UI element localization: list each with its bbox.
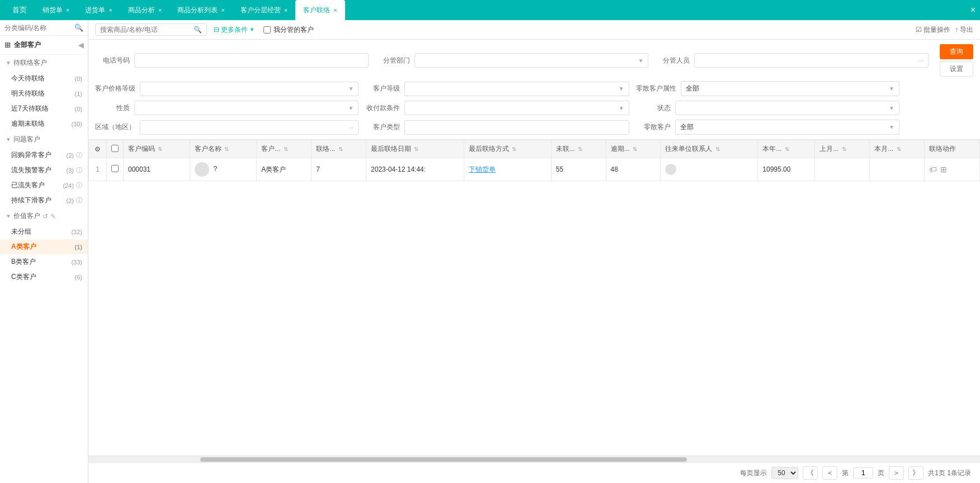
sidebar-search-icon[interactable]: 🔍 [74,23,83,32]
region-input[interactable]: ··· [140,120,359,135]
refresh-icon[interactable]: ↺ [43,212,48,220]
nav-customer-contact[interactable]: 客户联络 × [295,0,345,20]
sort-this-month-icon[interactable]: ⇅ [897,146,901,152]
sort-code-icon[interactable]: ⇅ [158,146,162,152]
top-nav: 首页 销货单 × 进货单 × 商品分析 × 商品分析列表 × 客户分层经营 × … [0,0,980,20]
phone-input[interactable] [134,53,369,68]
sidebar-item-churned[interactable]: 已流失客户 (24) ⓘ [0,178,88,193]
export-button[interactable]: ↑ 导出 [955,25,973,35]
sort-contact-person-icon[interactable]: ⇅ [715,146,720,152]
sort-type-icon[interactable]: ⇅ [284,146,288,152]
price-level-select[interactable]: ▼ [140,82,359,96]
close-product-analysis-tab[interactable]: × [158,7,162,13]
sort-name-icon[interactable]: ⇅ [224,146,229,152]
customer-level-select[interactable]: ▼ [404,82,629,96]
sidebar-item-overdue[interactable]: 逾期未联络 (30) [0,116,88,131]
nav-product-analysis[interactable]: 商品分析 × [120,0,169,20]
filter-search-icon[interactable]: 🔍 [194,26,202,34]
sort-overdue-icon[interactable]: ⇅ [633,146,637,152]
sidebar-item-churn-warning[interactable]: 流失预警客户 (3) ⓘ [0,163,88,178]
query-button[interactable]: 查询 [940,44,973,59]
row-not-contact: 55 [551,158,606,181]
status-select[interactable]: ▼ [675,101,899,115]
sidebar-item-tomorrow[interactable]: 明天待联络 (1) [0,86,88,101]
nav-sales[interactable]: 销货单 × [35,0,77,20]
problem-customer-group-title[interactable]: ▼ 问题客户 [0,131,88,148]
my-customer-checkbox[interactable] [263,26,271,34]
first-page-button[interactable]: 《 [803,466,818,480]
sidebar-item-abnormal[interactable]: 回购异常客户 (2) ⓘ [0,148,88,163]
sort-last-month-icon[interactable]: ⇅ [842,146,846,152]
select-all-checkbox[interactable] [111,145,119,152]
per-page-label: 每页显示 [740,468,767,478]
retail-arrow: ▼ [889,124,894,130]
close-purchase-tab[interactable]: × [109,7,112,13]
close-all-tabs[interactable]: × [970,5,976,15]
close-customer-management-tab[interactable]: × [284,7,288,13]
row-last-method[interactable]: 下销货单 [464,158,552,181]
row-action: 🏷 ⊞ [925,158,980,181]
nav-purchase[interactable]: 进货单 × [77,0,120,20]
payment-arrow: ▼ [619,105,624,111]
per-page-select[interactable]: 50 [771,467,798,479]
price-level-label: 客户价格等级 [95,84,140,93]
region-more-icon[interactable]: ··· [348,124,354,131]
filter-nature: 性质 ▼ [95,101,359,115]
retail-attr-select[interactable]: 全部 ▼ [681,81,899,96]
manager-more-icon[interactable]: ··· [918,57,924,64]
setting-button[interactable]: 设置 [940,61,973,77]
value-customer-group: ▼ 价值客户 ↺ ✎ 未分组 (32) A类客户 (1) B类客户 (33) C… [0,208,88,285]
sort-this-year-icon[interactable]: ⇅ [785,146,789,152]
page-number-input[interactable] [853,467,873,479]
sort-last-method-icon[interactable]: ⇅ [512,146,516,152]
sidebar-item-class-b[interactable]: B类客户 (33) [0,254,88,269]
filter-search-input[interactable] [100,26,191,34]
close-sales-tab[interactable]: × [66,7,69,13]
sidebar-item-today[interactable]: 今天待联络 (0) [0,71,88,86]
row-type: A类客户 [257,158,312,181]
payment-select[interactable]: ▼ [404,101,629,115]
pending-contact-group-title[interactable]: ▼ 待联络客户 [0,55,88,71]
sidebar-item-declining[interactable]: 持续下滑客户 (2) ⓘ [0,193,88,208]
scrollbar-thumb[interactable] [200,457,687,462]
nature-select[interactable]: ▼ [134,101,359,115]
col-gear[interactable]: ⚙ [89,140,107,158]
qr-icon[interactable]: ⊞ [940,165,947,174]
retail-select[interactable]: 全部 ▼ [675,120,899,135]
manager-input[interactable]: ··· [694,53,929,68]
row-checkbox[interactable] [111,165,119,172]
sidebar-item-7days[interactable]: 近7天待联络 (0) [0,101,88,116]
value-customer-group-title[interactable]: ▼ 价值客户 ↺ ✎ [0,208,88,224]
sidebar-collapse-btn[interactable]: ◀ [78,41,83,49]
nav-home[interactable]: 首页 [4,0,35,20]
grid-icon: ⊞ [4,41,11,49]
row-num: 1 [89,158,107,181]
customer-table: ⚙ 客户编码 ⇅ 客户名称 ⇅ 客户... [88,140,980,181]
horizontal-scrollbar[interactable] [88,456,980,462]
sidebar-item-unclassified[interactable]: 未分组 (32) [0,224,88,239]
sidebar-item-class-a[interactable]: A类客户 (1) [0,239,88,254]
customer-type-input[interactable] [404,120,629,135]
sidebar-search-input[interactable] [4,24,74,32]
my-customer-checkbox-area[interactable]: 我分管的客户 [263,25,314,35]
more-filter-button[interactable]: ⊟ 更多条件 ▼ [214,25,255,35]
table-area: ⚙ 客户编码 ⇅ 客户名称 ⇅ 客户... [88,140,980,456]
tag-icon[interactable]: 🏷 [929,165,937,174]
sort-contact-icon[interactable]: ⇅ [338,146,343,152]
close-product-analysis-list-tab[interactable]: × [221,7,224,13]
close-customer-contact-tab[interactable]: × [333,7,337,13]
all-customers-header[interactable]: ⊞ 全部客户 ◀ [0,36,88,55]
nav-product-analysis-list[interactable]: 商品分析列表 × [169,0,232,20]
phone-label: 电话号码 [95,56,134,65]
sort-not-contact-icon[interactable]: ⇅ [578,146,582,152]
nav-customer-management[interactable]: 客户分层经营 × [233,0,295,20]
sidebar-item-class-c[interactable]: C类客户 (6) [0,269,88,285]
dept-select[interactable]: ▼ [414,53,649,68]
batch-op-button[interactable]: ☑ 批量操作 [916,25,950,35]
edit-icon[interactable]: ✎ [50,212,56,220]
next-page-button[interactable]: ＞ [889,466,904,480]
last-method-link[interactable]: 下销货单 [469,165,496,173]
prev-page-button[interactable]: ＜ [822,466,837,480]
last-page-button[interactable]: 》 [908,466,924,480]
sort-last-date-icon[interactable]: ⇅ [414,146,418,152]
